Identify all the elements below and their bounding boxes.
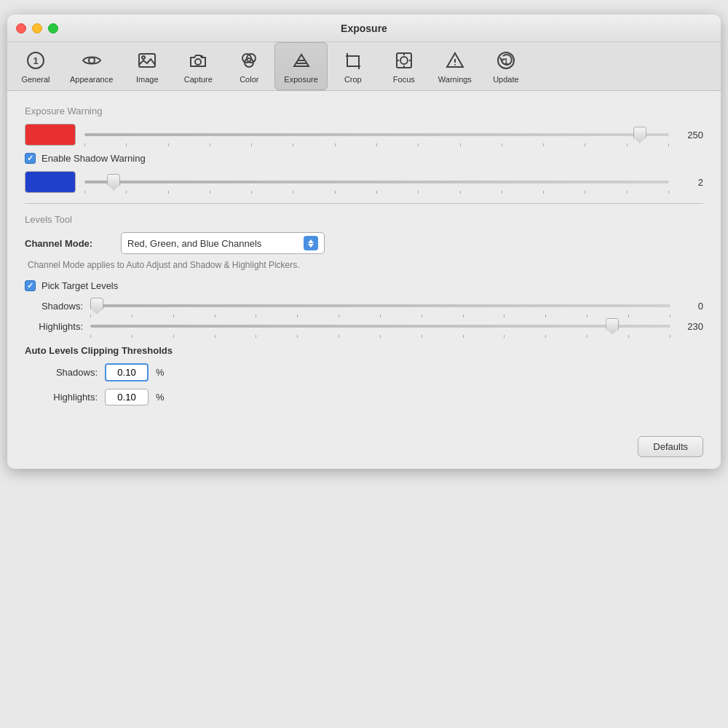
crop-icon (341, 49, 365, 72)
exposure-warning-header: Exposure Warning (25, 106, 703, 116)
tab-crop[interactable]: Crop (328, 42, 379, 90)
shadow-checkbox-row: Enable Shadow Warning (25, 153, 703, 164)
target-highlights-label: Highlights: (25, 321, 83, 332)
tab-capture-label: Capture (184, 75, 213, 84)
channel-mode-value: Red, Green, and Blue Channels (127, 238, 299, 249)
clipping-title: Auto Levels Clipping Thresholds (25, 345, 703, 356)
target-shadows-thumb[interactable] (90, 298, 103, 314)
defaults-button[interactable]: Defaults (638, 436, 703, 457)
minimize-button[interactable] (32, 23, 42, 33)
titlebar: Exposure (7, 15, 721, 42)
clipping-shadows-percent: % (156, 367, 165, 378)
shadow-slider-container (84, 175, 669, 189)
tab-update-label: Update (493, 75, 518, 84)
target-highlights-row: Highlights: 230 (25, 319, 703, 333)
shadow-warning-label: Enable Shadow Warning (41, 153, 146, 164)
update-icon: 1 (494, 49, 518, 72)
tab-exposure-label: Exposure (284, 75, 317, 84)
highlight-slider-container (84, 127, 669, 142)
svg-point-17 (454, 64, 456, 66)
pick-target-label: Pick Target Levels (41, 280, 118, 291)
highlight-slider-track (84, 133, 669, 136)
pick-target-row: Pick Target Levels (25, 280, 703, 291)
tab-exposure[interactable]: Exposure (274, 42, 327, 90)
eye-icon (80, 49, 103, 72)
shadow-color-swatch[interactable] (25, 171, 76, 193)
exposure-icon (290, 49, 313, 72)
svg-point-5 (195, 59, 201, 65)
target-shadows-label: Shadows: (25, 301, 83, 312)
shadow-slider-track (84, 181, 669, 183)
traffic-lights (16, 23, 58, 33)
tab-general-label: General (21, 75, 50, 84)
channel-mode-row: Channel Mode: Red, Green, and Blue Chann… (25, 232, 703, 254)
tab-capture[interactable]: Capture (173, 42, 223, 90)
content-area: Exposure Warning 250 (7, 91, 721, 424)
target-shadows-slider-container (90, 298, 670, 313)
svg-rect-6 (200, 55, 203, 57)
tab-warnings[interactable]: Warnings (430, 42, 480, 90)
warnings-icon (443, 49, 467, 72)
levels-tool-header: Levels Tool (25, 214, 703, 225)
general-icon: 1 (24, 49, 47, 72)
clipping-shadows-label: Shadows: (39, 367, 98, 378)
select-arrows-icon (304, 236, 318, 250)
tab-general[interactable]: 1 General (10, 42, 61, 90)
highlight-color-swatch[interactable] (25, 124, 76, 146)
focus-icon (392, 49, 416, 72)
target-highlights-thumb[interactable] (606, 318, 619, 334)
target-shadows-row: Shadows: 0 (25, 298, 703, 313)
svg-point-2 (89, 58, 95, 63)
highlight-slider-thumb[interactable] (633, 127, 646, 143)
tab-focus[interactable]: Focus (379, 42, 430, 90)
channel-mode-hint: Channel Mode applies to Auto Adjust and … (25, 260, 703, 270)
maximize-button[interactable] (48, 23, 58, 33)
tab-color[interactable]: Color (223, 42, 274, 90)
target-highlights-value: 230 (678, 321, 703, 332)
target-shadows-track (90, 304, 670, 307)
tab-image-label: Image (136, 75, 159, 84)
channel-mode-select[interactable]: Red, Green, and Blue Channels (121, 232, 325, 254)
svg-text:1: 1 (504, 58, 508, 66)
clipping-shadows-input[interactable] (105, 363, 149, 381)
close-button[interactable] (16, 23, 26, 33)
toolbar: 1 General Appearance (7, 42, 721, 91)
svg-text:1: 1 (33, 55, 38, 66)
clipping-highlights-input[interactable] (105, 389, 149, 405)
clipping-shadows-row: Shadows: % (25, 363, 703, 381)
main-window: Exposure 1 General Appearance (7, 15, 721, 469)
exposure-warning-section: Exposure Warning 250 (25, 106, 703, 193)
color-icon (237, 49, 261, 72)
tab-appearance[interactable]: Appearance (61, 42, 122, 90)
target-highlights-slider-container (90, 319, 670, 333)
image-icon (135, 49, 159, 72)
tab-color-label: Color (240, 75, 258, 84)
tab-focus-label: Focus (393, 75, 415, 84)
footer: Defaults (7, 424, 721, 469)
highlight-slider-value: 250 (678, 130, 703, 141)
shadow-warning-checkbox[interactable] (25, 153, 36, 164)
pick-target-checkbox[interactable] (25, 280, 36, 291)
shadow-slider-value: 2 (678, 177, 703, 188)
levels-tool-section: Levels Tool Channel Mode: Red, Green, an… (25, 214, 703, 405)
svg-point-11 (400, 57, 408, 64)
camera-icon (186, 49, 210, 72)
tab-image[interactable]: Image (122, 42, 173, 90)
target-shadows-value: 0 (678, 301, 703, 312)
target-highlights-track (90, 325, 670, 328)
shadow-slider-thumb[interactable] (107, 174, 120, 190)
tab-crop-label: Crop (344, 75, 362, 84)
svg-point-4 (142, 56, 145, 59)
tab-update[interactable]: 1 Update (480, 42, 531, 90)
highlight-slider-row: 250 (25, 124, 703, 146)
clipping-highlights-percent: % (156, 392, 165, 403)
window-title: Exposure (341, 23, 387, 34)
tab-appearance-label: Appearance (70, 75, 113, 84)
channel-mode-label: Channel Mode: (25, 238, 112, 249)
shadow-slider-row: 2 (25, 171, 703, 193)
clipping-highlights-row: Highlights: % (25, 389, 703, 405)
tab-warnings-label: Warnings (438, 75, 472, 84)
clipping-highlights-label: Highlights: (39, 392, 98, 403)
